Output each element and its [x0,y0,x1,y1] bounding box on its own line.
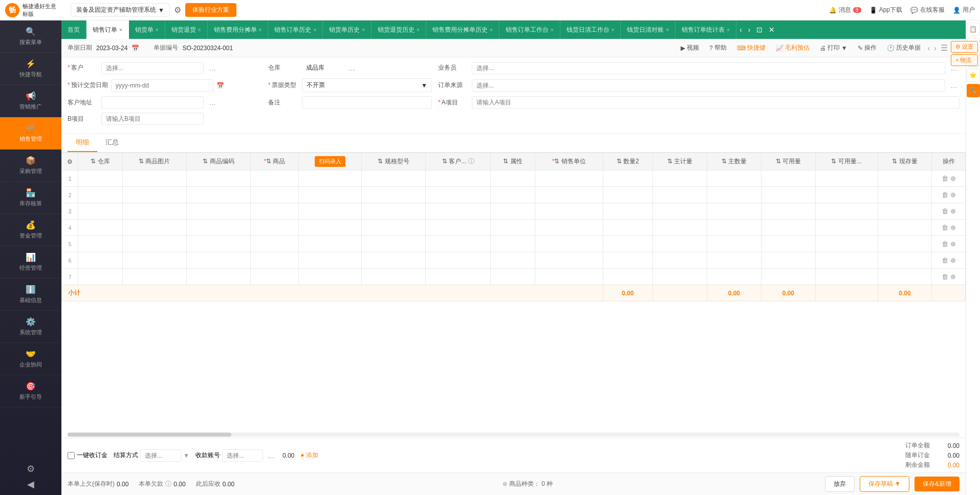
tab-close-return-history[interactable]: × [417,27,420,33]
th-available[interactable]: ⇅ 可用量 [761,153,815,170]
copy-icon[interactable]: ⊕ [950,256,956,264]
delete-icon[interactable]: 🗑 [942,240,948,248]
tab-fee-split[interactable]: 销售费用分摊单 × [208,20,269,39]
th-main-unit[interactable]: ⇅ 主计量 [652,153,707,170]
tab-sales-order[interactable]: 销售订单 × [86,20,129,39]
th-main-qty[interactable]: ⇅ 主数量 [707,153,761,170]
settings-icon[interactable]: ⚙ [174,5,181,15]
tab-order-stats[interactable]: 销售订单统计表 × [676,20,736,39]
tab-close-fee-split[interactable]: × [259,27,262,33]
th-attr[interactable]: ⇅ 属性 [491,153,535,170]
tab-sales-bill[interactable]: 销货单 × [129,20,165,39]
right-panel-btn-1[interactable]: 📋 [967,23,980,36]
scrollbar-thumb[interactable] [68,433,231,437]
right-panel-btn-5[interactable]: 🔧 [967,84,980,97]
calendar-icon[interactable]: 📅 [132,45,139,52]
order-source-dots-btn[interactable]: … [948,81,960,90]
sidebar-item-quicknav[interactable]: ⚡ 快捷导航 [0,53,61,85]
tab-summary[interactable]: 汇总 [97,134,127,152]
tab-detail[interactable]: 明细 [68,134,97,152]
customer-input[interactable] [101,62,204,74]
tab-return-history[interactable]: 销货退货历史 × [372,20,426,39]
sidebar-item-system[interactable]: ⚙️ 系统管理 [0,311,61,343]
nav-next-icon[interactable]: › [934,44,937,52]
calendar2-icon[interactable]: 📅 [216,82,224,89]
tab-close-order-history[interactable]: × [313,27,316,33]
print-btn[interactable]: 🖨 打印 ▼ [817,42,851,54]
tab-expand-btn[interactable]: ⊡ [753,26,766,34]
th-available2[interactable]: ⇅ 可用量... [815,153,878,170]
tab-next-btn[interactable]: › [745,26,754,34]
th-customer-code[interactable]: ⇅ 客户... ⓘ [426,153,491,170]
tab-bill-history[interactable]: 销货单历史 × [323,20,372,39]
tab-close-sales-bill[interactable]: × [156,27,159,33]
tab-sales-return[interactable]: 销货退货 × [165,20,208,39]
payment-method-chevron[interactable]: ▼ [183,452,189,459]
tab-daily-reconcile[interactable]: 钱货日清对账 × [621,20,676,39]
th-goods[interactable]: ⇅ 商品 [250,153,298,170]
add-material-button[interactable]: + 物流 [951,54,966,66]
tab-close-order-workspace[interactable]: × [551,27,554,33]
sidebar-item-guide[interactable]: 🎯 新手引导 [0,375,61,407]
tab-close-bill-history[interactable]: × [362,27,365,33]
list-view-icon[interactable]: ☰ [941,43,948,53]
app-download-btn[interactable]: 📱 App下载 [869,6,902,14]
warehouse-dots-btn[interactable]: … [346,64,357,72]
discard-button[interactable]: 放弃 [825,476,855,492]
delete-icon[interactable]: 🗑 [942,191,948,199]
tab-close-sales-order[interactable]: × [119,27,122,33]
address-input[interactable] [101,96,204,109]
invoice-type-select[interactable]: 不开票 ▼ [302,78,432,92]
tab-order-history[interactable]: 销售订单历史 × [268,20,323,39]
notification-area[interactable]: 🔔 消息 9 [829,6,861,14]
tab-home[interactable]: 首页 [61,20,86,39]
delete-icon[interactable]: 🗑 [942,273,948,281]
tab-close-daily-reconcile[interactable]: × [666,27,669,33]
delivery-date-input[interactable] [111,79,213,92]
delete-icon[interactable]: 🗑 [942,207,948,215]
copy-icon[interactable]: ⊕ [950,224,956,231]
tab-daily-workspace[interactable]: 钱货日清工作台 × [560,20,621,39]
th-image[interactable]: ⇅ 商品图片 [122,153,186,170]
tab-close-fee-history[interactable]: × [490,27,493,33]
add-payment-btn[interactable]: ● 添加 [300,451,318,460]
copy-icon[interactable]: ⊕ [950,240,956,248]
tab-close-daily-workspace[interactable]: × [612,27,615,33]
sidebar-item-sales[interactable]: 🛒 销售管理 [0,117,61,149]
th-qty2[interactable]: ⇅ 数量2 [603,153,652,170]
sidebar-item-inventory[interactable]: 🏪 库存核算 [0,182,61,214]
customer-dots-btn[interactable]: … [207,64,218,72]
th-code[interactable]: ⇅ 商品编码 [186,153,250,170]
tab-close-order-stats[interactable]: × [727,27,730,33]
user-btn[interactable]: 👤 用户 [953,6,975,14]
sidebar-item-enterprise[interactable]: 🤝 企业协同 [0,343,61,375]
order-source-input[interactable] [472,79,945,92]
copy-icon[interactable]: ⊕ [950,273,956,281]
th-spec[interactable]: ⇅ 规格型号 [361,153,425,170]
delete-icon[interactable]: 🗑 [942,224,948,231]
online-service-btn[interactable]: 💬 在线客服 [910,6,945,14]
th-unit[interactable]: ⇅ 销售单位 [535,153,603,170]
b-project-input[interactable] [101,113,204,125]
shortcut-btn[interactable]: ⌨ 快捷键 [734,42,769,54]
sidebar-item-marketing[interactable]: 📢 营销推广 [0,85,61,117]
salesperson-input[interactable] [472,62,945,74]
history-btn[interactable]: 🕐 历史单据 [884,42,924,54]
delete-icon[interactable]: 🗑 [942,256,948,264]
sidebar-collapse-icon[interactable]: ◀ [27,479,34,490]
right-panel-btn-4[interactable]: ⭐ [967,69,980,82]
a-project-input[interactable] [472,96,960,109]
scan-btn[interactable]: 扫码录入 [315,156,345,167]
save-draft-button[interactable]: 保存草稿 ▼ [860,476,909,492]
copy-icon[interactable]: ⊕ [950,207,956,215]
help-btn[interactable]: ? 帮助 [706,42,730,54]
tab-close-all-btn[interactable]: ✕ [766,26,778,34]
nav-prev-icon[interactable]: ‹ [928,44,930,52]
sidebar-item-operations[interactable]: 📊 经营管理 [0,246,61,278]
settings-button[interactable]: ⚙ 设置 [951,41,966,53]
sidebar-item-finance[interactable]: 💰 资金管理 [0,214,61,246]
sidebar-item-basic-info[interactable]: ℹ️ 基础信息 [0,278,61,311]
sidebar-item-purchase[interactable]: 📦 采购管理 [0,149,61,182]
copy-icon[interactable]: ⊕ [950,175,956,182]
tab-close-sales-return[interactable]: × [198,27,201,33]
